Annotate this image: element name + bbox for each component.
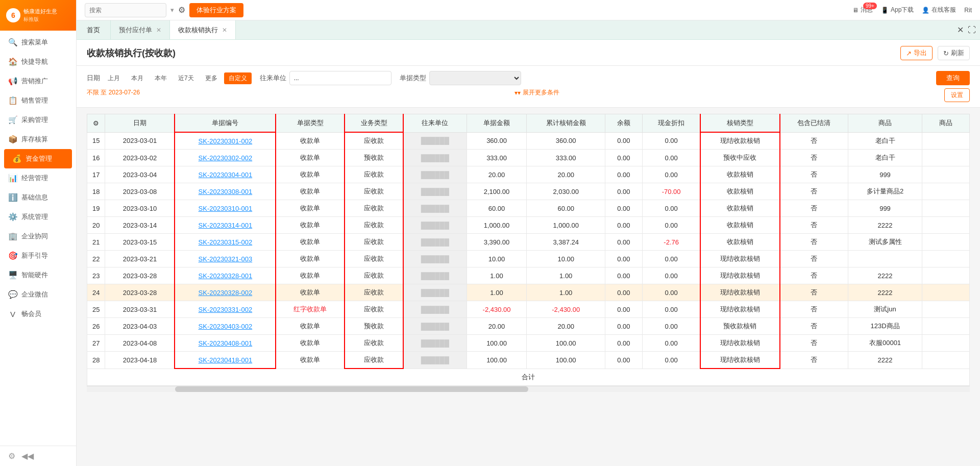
purchase-icon: 🛒: [8, 115, 17, 125]
expand-conditions-btn[interactable]: ▾▾ 展开更多条件: [514, 88, 559, 97]
bill-no-link[interactable]: SK-20230301-002: [199, 137, 253, 145]
sidebar-item-quicknav[interactable]: 🏠 快捷导航: [0, 52, 76, 71]
bill-no-link[interactable]: SK-20230314-001: [199, 222, 253, 229]
td-bill-type: 收款单: [276, 267, 345, 284]
solution-button[interactable]: 体验行业方案: [189, 3, 243, 17]
bill-type-select[interactable]: [429, 71, 521, 85]
td-goods1: 测试jun: [848, 301, 922, 318]
sidebar-item-wechat[interactable]: 💬 企业微信: [0, 285, 76, 304]
bill-no-link[interactable]: SK-20230403-002: [199, 323, 253, 330]
table-settings-icon[interactable]: ⚙: [93, 119, 99, 127]
tab-home[interactable]: 首页: [77, 20, 111, 39]
sidebar-item-member[interactable]: V 畅会员: [0, 304, 76, 324]
search-icon: 🔍: [8, 38, 17, 47]
td-accum: 60.00: [527, 200, 605, 217]
counterpart-input[interactable]: [289, 71, 391, 85]
table-scroll[interactable]: ⚙ 日期 单据编号 单据类型 业务类型 往来单位 单据金额 累计核销金额 余额 …: [87, 114, 970, 386]
th-settings[interactable]: ⚙: [87, 114, 105, 133]
collapse-icon[interactable]: ◀◀: [21, 451, 34, 461]
sidebar-item-enterprise[interactable]: 🏢 企业协同: [0, 227, 76, 246]
table-row: 22 2023-03-21 SK-20230321-003 收款单 应收款 ██…: [87, 251, 970, 267]
bill-no-link[interactable]: SK-20230328-002: [199, 289, 253, 297]
export-button[interactable]: ↗ 导出: [900, 46, 933, 60]
sidebar-item-search[interactable]: 🔍 搜索菜单: [0, 33, 76, 52]
th-amount: 单据金额: [467, 114, 527, 133]
sidebar-item-guide[interactable]: 🎯 新手引导: [0, 246, 76, 265]
date-this-year[interactable]: 本年: [150, 72, 172, 84]
td-counterpart: ██████: [403, 352, 467, 369]
sidebar-item-operation[interactable]: 📊 经营管理: [0, 168, 76, 188]
bill-no-link[interactable]: SK-20230418-001: [199, 356, 253, 364]
table-row: 28 2023-04-18 SK-20230418-001 收款单 应收款 ██…: [87, 352, 970, 369]
td-included: 否: [780, 335, 848, 352]
bill-no-link[interactable]: SK-20230321-003: [199, 255, 253, 263]
sidebar-item-sales[interactable]: 📋 销售管理: [0, 91, 76, 110]
online-service-button[interactable]: 👤 在线客服: [922, 6, 956, 14]
td-counterpart: ██████: [403, 251, 467, 267]
guide-icon: 🎯: [8, 251, 17, 260]
td-sn: 20: [87, 217, 105, 234]
td-goods2: [922, 301, 969, 318]
settings-button[interactable]: 设置: [944, 88, 970, 102]
settings-bottom-icon[interactable]: ⚙: [8, 451, 15, 461]
td-balance: 0.00: [605, 284, 642, 301]
sidebar-item-finance[interactable]: 💰 资金管理: [4, 149, 72, 168]
sidebar-item-purchase[interactable]: 🛒 采购管理: [0, 110, 76, 130]
bill-no-link[interactable]: SK-20230308-001: [199, 188, 253, 195]
message-button[interactable]: 🖥 消息 99+: [852, 6, 873, 14]
horizontal-scrollbar[interactable]: [87, 386, 970, 392]
bill-no-link[interactable]: SK-20230328-001: [199, 272, 253, 280]
td-bill-type: 收款单: [276, 234, 345, 251]
td-goods2: [922, 217, 969, 234]
table-area: ⚙ 日期 单据编号 单据类型 业务类型 往来单位 单据金额 累计核销金额 余额 …: [77, 108, 980, 466]
td-bill-no: SK-20230328-001: [175, 267, 276, 284]
td-write-type: 现结收款核销: [700, 352, 779, 369]
bill-no-link[interactable]: SK-20230315-002: [199, 238, 253, 246]
tab-receivable[interactable]: 收款核销执行 ✕: [170, 20, 236, 39]
hardware-icon: 🖥️: [8, 271, 17, 280]
td-sn: 26: [87, 318, 105, 335]
td-counterpart: ██████: [403, 166, 467, 183]
operation-icon: 📊: [8, 174, 17, 183]
sidebar-item-inventory[interactable]: 📦 库存核算: [0, 130, 76, 149]
app-download-button[interactable]: 📱 App下载: [881, 6, 914, 14]
bill-no-link[interactable]: SK-20230310-001: [199, 205, 253, 212]
th-discount: 现金折扣: [642, 114, 700, 133]
td-biz-type: 应收款: [345, 183, 403, 200]
sidebar-item-marketing[interactable]: 📢 营销推广: [0, 71, 76, 91]
topbar-left: ▾ ⚙ 体验行业方案: [85, 3, 846, 17]
dropdown-arrow-icon[interactable]: ▾: [170, 6, 174, 14]
date-custom[interactable]: 自定义: [224, 72, 252, 84]
sidebar-item-hardware[interactable]: 🖥️ 智能硬件: [0, 265, 76, 285]
td-counterpart: ██████: [403, 183, 467, 200]
member-icon: V: [8, 309, 17, 318]
td-bill-no: SK-20230310-001: [175, 200, 276, 217]
sidebar-item-basic[interactable]: ℹ️ 基础信息: [0, 188, 76, 207]
tab-close-all-icon[interactable]: ✕: [957, 25, 964, 35]
td-goods1: 老白干: [848, 150, 922, 166]
query-button[interactable]: 查询: [936, 71, 970, 85]
th-goods2: 商品: [922, 114, 969, 133]
sidebar-item-system[interactable]: ⚙️ 系统管理: [0, 207, 76, 227]
date-last-month[interactable]: 上月: [103, 72, 125, 84]
date-7days[interactable]: 近7天: [174, 72, 199, 84]
bill-no-link[interactable]: SK-20230304-001: [199, 171, 253, 179]
date-this-month[interactable]: 本月: [127, 72, 148, 84]
scrollbar-thumb[interactable]: [175, 386, 528, 392]
refresh-button[interactable]: ↻ 刷新: [938, 46, 970, 60]
td-accum: 333.00: [527, 150, 605, 166]
filter-bar: 日期 上月 本月 本年 近7天 更多 自定义 往来单位: [77, 66, 980, 108]
tab-preorder[interactable]: 预付应付单 ✕: [111, 20, 170, 39]
bill-no-link[interactable]: SK-20230408-001: [199, 339, 253, 347]
td-goods2: [922, 267, 969, 284]
bill-no-link[interactable]: SK-20230331-002: [199, 306, 253, 313]
logo-sub: 标推版: [23, 16, 57, 23]
tab-maximize-icon[interactable]: ⛶: [968, 26, 976, 35]
topbar-gear-icon[interactable]: ⚙: [178, 5, 185, 15]
topbar-search-input[interactable]: [85, 3, 166, 17]
tab-receivable-close[interactable]: ✕: [222, 27, 227, 34]
bill-no-link[interactable]: SK-20230302-002: [199, 154, 253, 162]
date-more[interactable]: 更多: [201, 72, 222, 84]
td-amount: 333.00: [467, 150, 527, 166]
tab-preorder-close[interactable]: ✕: [156, 27, 161, 34]
